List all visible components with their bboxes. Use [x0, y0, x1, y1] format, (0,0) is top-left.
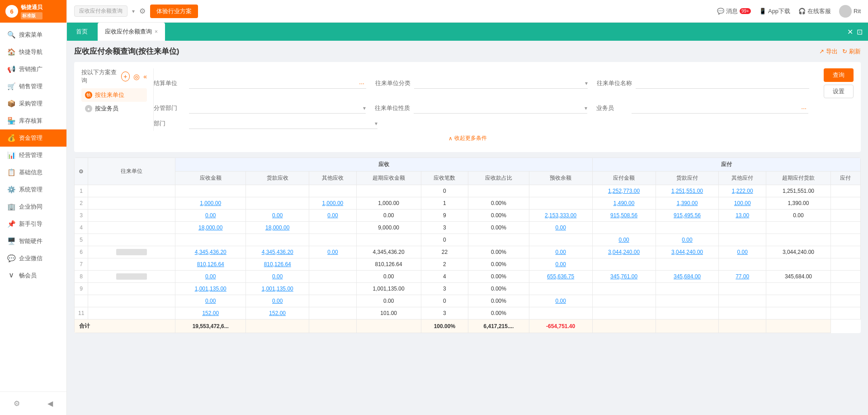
app-download-label: App下载	[768, 7, 790, 15]
data-cell	[309, 307, 356, 320]
data-cell: 1,390.00	[766, 197, 830, 210]
query-button[interactable]: 查询	[824, 68, 854, 82]
salesman-input[interactable]	[632, 103, 800, 113]
th-loan-pay: 货款应付	[656, 172, 719, 185]
scheme-item-salesman[interactable]: ● 按业务员	[81, 102, 147, 115]
filter-left: 按以下方案查询 + ◎ « 畅 按往来单位 ● 按业务员	[81, 68, 154, 131]
data-cell: 18,000.00	[175, 222, 246, 234]
refresh-button[interactable]: ↻ 刷新	[842, 48, 861, 56]
header-gear-icon[interactable]: ⚙	[139, 7, 146, 15]
operation-icon: 📊	[7, 151, 15, 159]
data-cell	[529, 307, 592, 320]
salesman-dots-btn[interactable]: ···	[799, 105, 808, 112]
partner-name-cell	[88, 258, 175, 271]
partner-category-chevron-icon[interactable]: ▾	[585, 80, 588, 86]
sidebar-item-wechat[interactable]: 💬 企业微信	[0, 250, 66, 267]
data-cell	[592, 283, 656, 295]
tab-home[interactable]: 首页	[67, 23, 97, 41]
scheme-item-partner[interactable]: 畅 按往来单位	[81, 88, 147, 102]
partner-nature-chevron-icon[interactable]: ▾	[585, 105, 587, 111]
row-number-cell: 9	[75, 283, 88, 295]
export-button[interactable]: ↗ 导出	[819, 48, 838, 56]
partner-name-cell	[88, 283, 175, 295]
breadcrumb-chevron-icon[interactable]: ▾	[132, 8, 135, 14]
data-cell: 1,001,135.00	[175, 283, 246, 295]
sidebar-item-basic-info[interactable]: 📋 基础信息	[0, 164, 66, 181]
partner-name-input[interactable]	[636, 78, 809, 88]
partner-name-cell	[88, 222, 175, 234]
table-settings-col[interactable]: ⚙	[75, 158, 88, 185]
partner-nature-input[interactable]	[414, 103, 584, 113]
department-chevron-icon[interactable]: ▾	[375, 120, 377, 127]
purchase-icon: 📦	[7, 100, 15, 108]
data-cell: 0.00%	[468, 271, 529, 283]
dept-manager-chevron-icon[interactable]: ▾	[363, 105, 366, 111]
settlement-input[interactable]	[189, 78, 357, 88]
settings-bottom-btn[interactable]: ⚙	[11, 396, 23, 410]
set-button[interactable]: 设置	[824, 85, 854, 98]
dept-manager-input[interactable]	[189, 103, 363, 113]
data-cell: 0.00	[246, 295, 309, 307]
data-cell: 0.00	[175, 271, 246, 283]
data-cell: 0.00	[356, 210, 421, 222]
data-cell: 1	[421, 197, 468, 210]
app-download-btn[interactable]: 📱 App下载	[759, 7, 790, 15]
sidebar-label-vip: 畅会员	[19, 272, 37, 280]
partner-category-input[interactable]	[414, 78, 585, 88]
sidebar-label-sales: 销售管理	[19, 82, 42, 91]
collapse-bar[interactable]: ∧ 收起更多条件	[81, 131, 854, 146]
sidebar-item-hardware[interactable]: 🖥️ 智能硬件	[0, 233, 66, 250]
data-cell: 3	[421, 307, 468, 320]
data-cell: 0	[421, 234, 468, 246]
user-profile-btn[interactable]: Rit	[839, 5, 861, 18]
sidebar-item-corp[interactable]: 🏢 企业协同	[0, 198, 66, 215]
sidebar-item-vip[interactable]: V 畅会员	[0, 267, 66, 284]
online-service-label: 在线客服	[807, 7, 831, 15]
sidebar-item-purchase[interactable]: 📦 采购管理	[0, 95, 66, 112]
search-menu-icon: 🔍	[7, 31, 15, 39]
sidebar-item-search-menu[interactable]: 🔍 搜索菜单	[0, 26, 66, 43]
data-cell: 4,345,436.20	[356, 246, 421, 258]
data-cell	[656, 283, 719, 295]
solution-button[interactable]: 体验行业方案	[150, 5, 198, 18]
data-cell: 345,761.00	[592, 271, 656, 283]
sidebar-label-quick-nav: 快捷导航	[19, 48, 42, 56]
tab-close-window-icon[interactable]: ✕	[847, 28, 853, 36]
collapse-up-icon: ∧	[448, 135, 453, 142]
filter-settings-icon[interactable]: ◎	[133, 72, 140, 81]
data-cell	[468, 185, 529, 197]
sidebar-item-inventory[interactable]: 🏪 库存核算	[0, 112, 66, 129]
collapse-text: 收起更多条件	[454, 134, 487, 142]
data-cell	[309, 295, 356, 307]
sidebar-item-guide[interactable]: 📌 新手引导	[0, 215, 66, 233]
data-cell: 1,251,551.00	[766, 185, 830, 197]
sidebar-item-system[interactable]: ⚙️ 系统管理	[0, 181, 66, 198]
sidebar-item-finance[interactable]: 💰 资金管理	[0, 129, 66, 147]
filter-collapse-icon[interactable]: «	[143, 73, 147, 80]
filter-right: 结算单位 ··· 往来单位分类 ▾	[154, 68, 854, 131]
sidebar-item-quick-nav[interactable]: 🏠 快捷导航	[0, 43, 66, 61]
filter-add-btn[interactable]: +	[121, 72, 130, 81]
sidebar-item-operation[interactable]: 📊 经营管理	[0, 147, 66, 164]
data-cell	[309, 185, 356, 197]
settlement-dots-btn[interactable]: ···	[357, 80, 366, 87]
tab-maximize-icon[interactable]: ⊡	[857, 28, 863, 36]
tab-close-icon[interactable]: ×	[155, 29, 158, 35]
tab-receivable-query[interactable]: 应收应付余额查询 ×	[98, 23, 165, 41]
data-cell	[719, 295, 766, 307]
online-service-btn[interactable]: 🎧 在线客服	[798, 7, 831, 15]
sidebar-logo: 6 畅捷通贝 标准版	[0, 0, 66, 23]
data-cell	[830, 185, 860, 197]
app-download-icon: 📱	[759, 8, 766, 14]
edition-badge: 标准版	[21, 12, 42, 19]
sidebar-label-purchase: 采购管理	[19, 100, 42, 108]
marketing-icon: 📢	[7, 65, 15, 73]
message-btn[interactable]: 💬 消息 99+	[717, 7, 751, 15]
scheme-salesman-label: 按业务员	[95, 105, 118, 113]
sidebar-item-sales[interactable]: 🛒 销售管理	[0, 78, 66, 95]
sidebar-item-marketing[interactable]: 📢 营销推广	[0, 61, 66, 78]
data-cell	[656, 295, 719, 307]
department-input[interactable]	[189, 118, 375, 129]
collapse-btn[interactable]: ◀	[45, 396, 56, 410]
data-cell: 1,390.00	[656, 197, 719, 210]
